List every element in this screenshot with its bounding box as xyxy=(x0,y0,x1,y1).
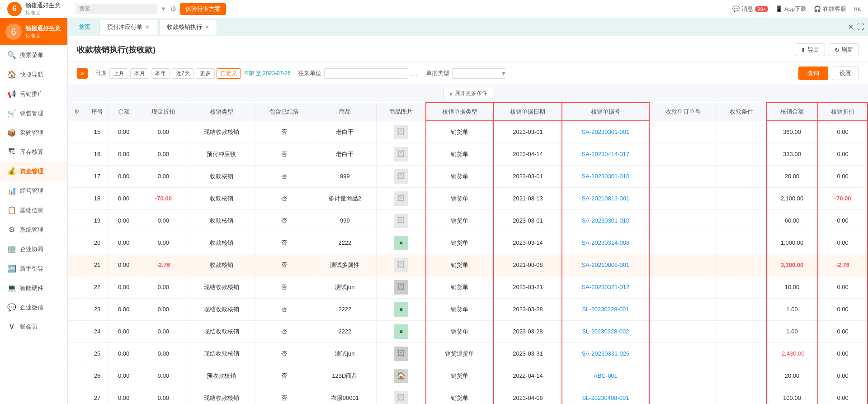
sidebar-item-guide[interactable]: 🆕 新手引导 xyxy=(0,259,67,278)
writeoff-doc-no-link[interactable]: SA-20230301-001 xyxy=(582,128,630,135)
writeoff-doc-no-link[interactable]: SL-20230328-002 xyxy=(582,328,629,335)
system-icon: ⚙ xyxy=(7,225,16,234)
cell-balance: 0.00 xyxy=(108,187,139,209)
tab-prepay[interactable]: 预付冲应付单 ✕ xyxy=(99,19,157,35)
date-btn-custom[interactable]: 自定义 xyxy=(217,68,241,79)
cell-no: 20 xyxy=(86,232,108,254)
refresh-button[interactable]: ↻ 刷新 xyxy=(829,43,859,56)
cell-writeoff-doc-no[interactable]: SA-20230301-001 xyxy=(562,121,650,143)
sidebar-item-system[interactable]: ⚙ 系统管理 xyxy=(0,220,67,239)
writeoff-doc-no-link[interactable]: SA-20230331-026 xyxy=(582,350,630,357)
cell-writeoff-amount: 20.00 xyxy=(766,365,818,387)
sidebar-item-basic[interactable]: 📋 基础信息 xyxy=(0,200,67,220)
cell-include-settled: 否 xyxy=(255,298,313,320)
cell-writeoff-doc-no[interactable]: SL-20230328-001 xyxy=(562,298,650,320)
cell-writeoff-doc-no[interactable]: SA-20210813-001 xyxy=(562,187,650,209)
cell-writeoff-doc-no[interactable]: SL-20230408-001 xyxy=(562,387,650,404)
online-service-nav[interactable]: 🎧 在线客服 xyxy=(814,5,846,13)
cell-receipt-order-no xyxy=(649,121,717,143)
sidebar-item-corp[interactable]: 🏢 企业协同 xyxy=(0,239,67,259)
writeoff-doc-no-link[interactable]: SA-20230301-010 xyxy=(582,173,630,180)
col-writeoff-doc-date: 核销单据日期 xyxy=(494,103,561,121)
cell-writeoff-doc-no[interactable]: SA-20230301-010 xyxy=(562,165,650,187)
writeoff-doc-no-link[interactable]: SL-20230328-001 xyxy=(582,306,629,313)
cell-writeoff-doc-no[interactable]: SA-20230321-012 xyxy=(562,276,650,298)
settings-icon[interactable]: ⚙ xyxy=(170,5,176,13)
date-btn-this-month[interactable]: 本月 xyxy=(130,68,149,79)
cell-goods: 多计量商品2 xyxy=(313,187,377,209)
cell-writeoff-doc-no[interactable]: ABC-001 xyxy=(562,365,650,387)
cell-balance: 0.00 xyxy=(108,165,139,187)
date-btn-last-month[interactable]: 上月 xyxy=(109,68,128,79)
finance-icon: 💰 xyxy=(7,167,16,176)
writeoff-doc-no-link[interactable]: SA-20210813-001 xyxy=(582,195,630,202)
cell-writeoff-doc-type: 销货单 xyxy=(426,365,494,387)
cell-writeoff-doc-no[interactable]: SL-20230328-002 xyxy=(562,320,650,342)
cell-writeoff-doc-type: 销货单 xyxy=(426,276,494,298)
cell-writeoff-doc-date: 2022-04-14 xyxy=(494,365,561,387)
tab-collection-close[interactable]: ✕ xyxy=(205,24,209,30)
cell-goods: 测试jun xyxy=(313,342,377,365)
search-bar[interactable]: 搜索... xyxy=(75,4,157,14)
clipboard-icon: 📋 xyxy=(7,206,16,214)
doc-type-select[interactable] xyxy=(452,68,506,79)
cell-goods: 测试jun xyxy=(313,276,377,298)
sidebar-item-marketing[interactable]: 📢 营销推广 xyxy=(0,84,67,104)
writeoff-doc-no-link[interactable]: SA-20210808-001 xyxy=(582,261,630,268)
sidebar-item-wechat[interactable]: 💬 企业微信 xyxy=(0,298,67,317)
cell-writeoff-doc-no[interactable]: SA-20230301-010 xyxy=(562,209,650,232)
cell-writeoff-doc-no[interactable]: SA-20210808-001 xyxy=(562,254,650,276)
cell-writeoff-doc-no[interactable]: SA-20230331-026 xyxy=(562,342,650,365)
cell-writeoff-doc-date: 2023-03-01 xyxy=(494,121,561,143)
home-icon: 🏠 xyxy=(7,70,16,79)
cell-writeoff-doc-date: 2023-03-31 xyxy=(494,342,561,365)
cell-writeoff-amount: 333.00 xyxy=(766,143,818,165)
filter-toggle-button[interactable]: » xyxy=(77,68,88,79)
cell-receipt-order-no xyxy=(649,387,717,404)
search-dropdown-icon[interactable]: ▼ xyxy=(160,5,166,12)
solution-button[interactable]: 休验行业方案 xyxy=(180,3,226,15)
sidebar-item-purchase[interactable]: 📦 采购管理 xyxy=(0,123,67,143)
app-download-nav[interactable]: 📱 App下载 xyxy=(775,5,807,13)
export-button[interactable]: ⬆ 导出 xyxy=(795,43,825,56)
query-button[interactable]: 查询 xyxy=(798,67,828,80)
col-settings[interactable]: ⚙ xyxy=(68,103,86,121)
writeoff-doc-no-link[interactable]: SA-20230321-012 xyxy=(582,284,630,290)
date-btn-7days[interactable]: 近7天 xyxy=(172,68,194,79)
sidebar-item-inventory[interactable]: 🏗 库存核算 xyxy=(0,143,67,162)
sidebar-item-finance[interactable]: 💰 资金管理 xyxy=(0,162,67,181)
cell-balance: 0.00 xyxy=(108,121,139,143)
query-actions: 查询 设置 xyxy=(798,67,859,80)
message-nav[interactable]: 💬 消息 99+ xyxy=(732,5,768,13)
cell-goods-img: 🖼 xyxy=(377,209,426,232)
cell-writeoff-discount: 0.00 xyxy=(818,276,868,298)
tab-expand-button[interactable]: ⛶ xyxy=(857,23,864,31)
tab-collection[interactable]: 收款核销执行 ✕ xyxy=(159,19,217,35)
tab-prepay-close[interactable]: ✕ xyxy=(145,24,150,30)
sidebar-item-hardware[interactable]: 💻 智能硬件 xyxy=(0,278,67,298)
user-account[interactable]: Rit xyxy=(854,5,861,12)
sidebar-item-sales[interactable]: 🛒 销售管理 xyxy=(0,104,67,123)
cell-payment-terms xyxy=(717,121,766,143)
sidebar-item-vip[interactable]: V 畅会员 xyxy=(0,317,67,336)
expand-conditions-button[interactable]: ∨ 展开更多条件 xyxy=(443,88,493,99)
cell-writeoff-doc-no[interactable]: SA-20230414-017 xyxy=(562,143,650,165)
cell-writeoff-doc-no[interactable]: SA-20230314-008 xyxy=(562,232,650,254)
from-unit-input[interactable] xyxy=(324,68,408,79)
writeoff-doc-no-link[interactable]: SA-20230301-010 xyxy=(582,217,630,224)
megaphone-icon: 📢 xyxy=(7,90,16,98)
writeoff-doc-no-link[interactable]: SA-20230314-008 xyxy=(582,239,630,246)
date-btn-this-year[interactable]: 本年 xyxy=(151,68,170,79)
writeoff-doc-no-link[interactable]: SA-20230414-017 xyxy=(582,151,630,157)
sidebar-item-shortcut[interactable]: 🏠 快捷导航 xyxy=(0,65,67,84)
sidebar-item-ops[interactable]: 📊 经营管理 xyxy=(0,181,67,200)
writeoff-doc-no-link[interactable]: ABC-001 xyxy=(594,372,618,379)
settings-button[interactable]: 设置 xyxy=(832,67,859,80)
writeoff-doc-no-link[interactable]: SL-20230408-001 xyxy=(582,394,629,401)
sidebar-item-search[interactable]: 🔍 搜索菜单 xyxy=(0,45,67,65)
tab-close-all-button[interactable]: ✕ xyxy=(848,23,854,31)
cell-cash-discount: 0.00 xyxy=(139,143,188,165)
date-btn-more[interactable]: 更多 xyxy=(196,68,215,79)
cell-cash-discount: 0.00 xyxy=(139,276,188,298)
tab-home[interactable]: 首页 xyxy=(71,19,98,35)
